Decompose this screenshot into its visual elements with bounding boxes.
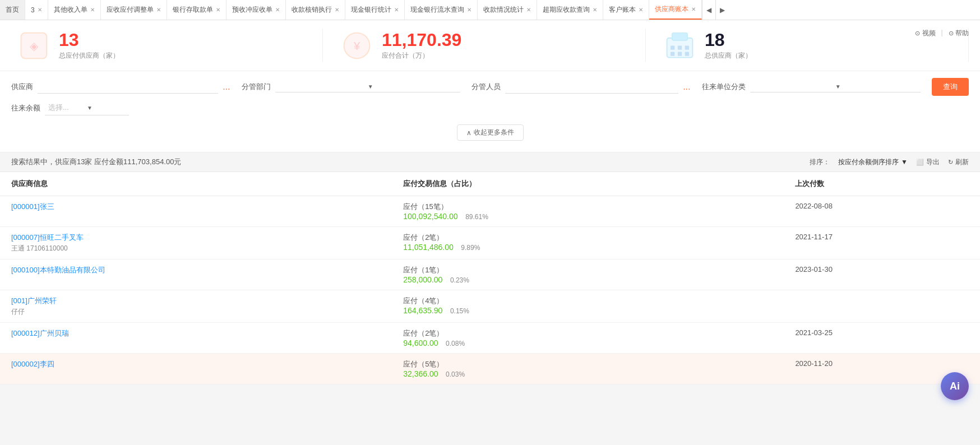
close-customer-ledger-icon[interactable]: ✕: [639, 7, 643, 13]
person-dots-icon[interactable]: ...: [683, 82, 690, 92]
dept-arrow-icon: ▼: [368, 84, 457, 90]
supplier-dots-icon[interactable]: ...: [223, 82, 230, 92]
col-header-lastpay: 上次付数: [784, 172, 980, 196]
col-header-payable: 应付交易信息（占比）: [392, 172, 784, 196]
svg-text:¥: ¥: [353, 39, 360, 52]
payable-suppliers-text: 13 总应付供应商（家）: [59, 31, 119, 61]
last-pay-cell-3: [784, 290, 980, 323]
last-pay-cell-0: 2022-08-08: [784, 196, 980, 227]
result-actions: 排序： 按应付余额倒序排序 ▼ ⬜ 导出 ↻ 刷新: [810, 157, 969, 167]
payable-total-label: 应付合计（万）: [382, 51, 461, 61]
supplier-link-4[interactable]: [000012]广州贝瑞: [11, 329, 69, 337]
export-button[interactable]: ⬜ 导出: [916, 157, 940, 167]
video-link[interactable]: ⊙ 视频: [915, 29, 935, 38]
payable-suppliers-number: 13: [59, 31, 119, 49]
refresh-button[interactable]: ↻ 刷新: [948, 157, 969, 167]
close-overdue-ar-icon[interactable]: ✕: [593, 7, 597, 13]
payable-cell-2: 应付（1笔） 258,000.00 0.23%: [392, 259, 784, 290]
table-header-row: 供应商信息 应付交易信息（占比） 上次付数: [0, 172, 980, 196]
nav-tab-bank-deposit[interactable]: 银行存取款单 ✕: [167, 0, 226, 20]
nav-tab-receipt-verify[interactable]: 收款核销执行 ✕: [286, 0, 345, 20]
close-cash-bank-stat-icon[interactable]: ✕: [394, 7, 399, 13]
nav-tab-3[interactable]: 3 ✕: [25, 0, 48, 20]
nav-tab-pre-ar[interactable]: 预收冲应收单 ✕: [226, 0, 286, 20]
total-suppliers-label: 总供应商（家）: [705, 51, 752, 61]
svg-rect-7: [677, 45, 681, 49]
supplier-link-5[interactable]: [000002]李四: [11, 360, 54, 368]
nav-tab-other-income[interactable]: 其他收入单 ✕: [48, 0, 101, 20]
close-receipt-stat-icon[interactable]: ✕: [526, 7, 531, 13]
close-supplier-ledger-icon[interactable]: ✕: [691, 6, 696, 12]
dept-select[interactable]: ▼: [275, 81, 461, 92]
supplier-cell-2: [000100]本特勤油品有限公司: [0, 259, 392, 290]
nav-tab-supplier-ledger[interactable]: 供应商账本 ✕: [649, 0, 702, 20]
last-pay-date-0: 2022-08-08: [795, 202, 833, 210]
nav-tab-overdue-ar[interactable]: 超期应收款查询 ✕: [537, 0, 603, 20]
close-receipt-verify-icon[interactable]: ✕: [335, 7, 339, 13]
collapse-button[interactable]: ∧ 收起更多条件: [457, 124, 524, 141]
nav-next-arrow[interactable]: ▶: [715, 0, 729, 20]
last-pay-date-2: 2023-01-30: [795, 265, 833, 274]
payable-percent-1: 9.89%: [461, 244, 480, 252]
sort-dropdown[interactable]: 按应付余额倒序排序 ▼: [838, 157, 908, 167]
category-filter-label: 往来单位分类: [702, 82, 746, 92]
nav-tab-home[interactable]: 首页: [0, 0, 25, 20]
close-tab-3-icon[interactable]: ✕: [38, 7, 42, 13]
nav-tab-receipt-stat[interactable]: 收款情况统计 ✕: [478, 0, 537, 20]
payable-label-5: 应付（5笔）: [403, 359, 773, 369]
nav-tab-cash-bank-stat[interactable]: 现金银行统计 ✕: [345, 0, 405, 20]
supplier-filter-input[interactable]: [38, 80, 218, 94]
payable-suppliers-label: 总应付供应商（家）: [59, 51, 119, 61]
nav-prev-arrow[interactable]: ◀: [702, 0, 715, 20]
last-pay-date-1: 2021-11-17: [795, 233, 833, 241]
dept-filter-label: 分管部门: [242, 82, 271, 92]
payable-label-4: 应付（2笔）: [403, 328, 773, 339]
balance-filter: 往来余额 选择... ▼: [11, 100, 129, 115]
payable-total-text: 11,170.39 应付合计（万）: [382, 31, 461, 61]
person-filter-input[interactable]: [505, 80, 678, 94]
summary-card-payable-suppliers: ◈ 13 总应付供应商（家）: [11, 29, 323, 62]
payable-amount-3[interactable]: 164,635.90: [403, 306, 442, 315]
help-link[interactable]: ⊙ 帮助: [949, 29, 969, 38]
last-pay-cell-4: 2021-03-25: [784, 323, 980, 354]
supplier-link-2[interactable]: [000100]本特勤油品有限公司: [11, 266, 105, 274]
last-pay-cell-1: 2021-11-17: [784, 227, 980, 259]
payable-cell-0: 应付（15笔） 100,092,540.00 89.61%: [392, 196, 784, 227]
table-row: [000002]李四 应付（5笔） 32,366.00 0.03% 2020-1…: [0, 354, 980, 384]
close-ar-ap-adjust-icon[interactable]: ✕: [156, 7, 161, 13]
person-filter-label: 分管人员: [471, 82, 501, 92]
dept-filter: 分管部门 ▼: [242, 81, 461, 92]
payable-amount-1[interactable]: 11,051,486.00: [403, 243, 454, 252]
table-row: [001]广州荣轩 仔仔 应付（4笔） 164,635.90 0.15%: [0, 290, 980, 323]
summary-banner: ◈ 13 总应付供应商（家） ¥ 11,170.39 应付合计（万）: [0, 20, 980, 71]
svg-rect-9: [671, 52, 674, 55]
close-bank-deposit-icon[interactable]: ✕: [216, 7, 220, 13]
balance-select[interactable]: 选择... ▼: [45, 100, 129, 115]
supplier-cell-3: [001]广州荣轩 仔仔: [0, 290, 392, 323]
supplier-link-1[interactable]: [000007]恒旺二手叉车: [11, 233, 84, 242]
nav-tab-ar-ap-adjust[interactable]: 应收应付调整单 ✕: [101, 0, 167, 20]
total-suppliers-icon: [663, 29, 696, 62]
payable-cell-5: 应付（5笔） 32,366.00 0.03%: [392, 354, 784, 384]
payable-amount-0[interactable]: 100,092,540.00: [403, 212, 457, 221]
payable-label-3: 应付（4笔）: [403, 296, 773, 306]
payable-amount-2[interactable]: 258,000.00: [403, 275, 442, 284]
close-cash-bank-flow-icon[interactable]: ✕: [467, 7, 471, 13]
payable-amount-4[interactable]: 94,600.00: [403, 339, 438, 347]
supplier-filter-label: 供应商: [11, 82, 33, 92]
close-other-income-icon[interactable]: ✕: [90, 7, 95, 13]
nav-tab-cash-bank-flow[interactable]: 现金银行流水查询 ✕: [405, 0, 478, 20]
query-button[interactable]: 查询: [932, 78, 969, 96]
payable-amount-5[interactable]: 32,366.00: [403, 369, 438, 378]
table-row: [000100]本特勤油品有限公司 应付（1笔） 258,000.00 0.23…: [0, 259, 980, 290]
table-row: [000012]广州贝瑞 应付（2笔） 94,600.00 0.08% 2021…: [0, 323, 980, 354]
svg-rect-11: [685, 52, 688, 55]
close-pre-ar-icon[interactable]: ✕: [275, 7, 280, 13]
supplier-table: 供应商信息 应付交易信息（占比） 上次付数 [000001]张三 应付（15笔）…: [0, 172, 980, 384]
supplier-link-3[interactable]: [001]广州荣轩: [11, 296, 57, 305]
supplier-cell-5: [000002]李四: [0, 354, 392, 384]
supplier-link-0[interactable]: [000001]张三: [11, 202, 54, 211]
nav-tab-customer-ledger[interactable]: 客户账本 ✕: [603, 0, 649, 20]
refresh-icon: ↻: [948, 159, 953, 166]
category-select[interactable]: ▼: [750, 81, 921, 92]
